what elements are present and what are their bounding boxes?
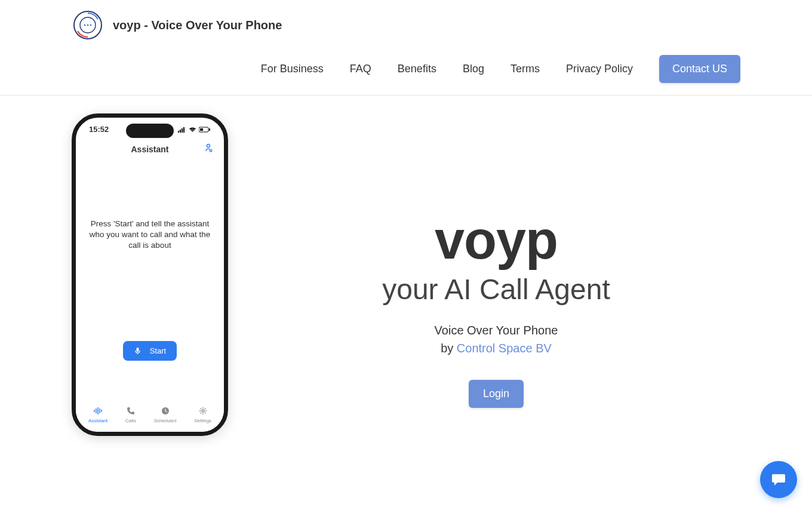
hero-subtitle: your AI Call Agent bbox=[382, 273, 610, 306]
logo[interactable] bbox=[72, 9, 104, 41]
nav-terms[interactable]: Terms bbox=[510, 63, 540, 75]
svg-rect-10 bbox=[200, 128, 203, 131]
phone-time: 15:52 bbox=[89, 125, 109, 134]
login-button[interactable]: Login bbox=[469, 380, 524, 408]
phone-tab-bar: Assistant Calls Scheduled bbox=[76, 402, 224, 432]
phone-status-icons bbox=[178, 127, 211, 133]
company-link[interactable]: Control Space BV bbox=[457, 342, 552, 355]
svg-point-3 bbox=[87, 24, 89, 26]
signal-icon bbox=[178, 127, 186, 133]
phone-mockup: 15:52 Assistant Press 'Start' and tell t… bbox=[72, 113, 228, 436]
phone-start-button[interactable]: Start bbox=[123, 341, 177, 361]
clock-icon bbox=[161, 407, 170, 417]
wifi-icon bbox=[189, 127, 196, 133]
chat-icon bbox=[770, 471, 787, 472]
phone-notch bbox=[126, 124, 174, 138]
logo-icon bbox=[72, 9, 104, 41]
contact-us-button[interactable]: Contact US bbox=[659, 55, 740, 83]
main-nav: For Business FAQ Benefits Blog Terms Pri… bbox=[72, 44, 740, 95]
phone-app-title: Assistant bbox=[131, 145, 168, 154]
phone-tab-calls[interactable]: Calls bbox=[125, 407, 136, 423]
tab-label: Assistant bbox=[88, 418, 107, 423]
hero-description: Voice Over Your Phone by Control Space B… bbox=[435, 321, 558, 357]
phone-header-action-icon bbox=[204, 143, 213, 155]
svg-rect-7 bbox=[182, 128, 183, 133]
svg-rect-8 bbox=[183, 127, 184, 133]
svg-rect-5 bbox=[178, 131, 179, 133]
hero-title: voyp bbox=[435, 213, 558, 267]
svg-point-2 bbox=[84, 24, 86, 26]
gear-icon bbox=[199, 407, 207, 417]
hero-section: 15:52 Assistant Press 'Start' and tell t… bbox=[0, 96, 812, 472]
phone-icon bbox=[127, 407, 135, 417]
phone-tab-settings[interactable]: Settings bbox=[194, 407, 211, 423]
nav-faq[interactable]: FAQ bbox=[350, 63, 371, 75]
tab-label: Calls bbox=[125, 418, 136, 423]
battery-icon bbox=[199, 127, 211, 133]
phone-tab-assistant[interactable]: Assistant bbox=[88, 407, 107, 423]
nav-privacy[interactable]: Privacy Policy bbox=[566, 63, 633, 75]
header-brand-row: voyp - Voice Over Your Phone bbox=[72, 6, 740, 44]
tab-label: Scheduled bbox=[154, 418, 177, 423]
nav-blog[interactable]: Blog bbox=[463, 63, 484, 75]
nav-benefits[interactable]: Benefits bbox=[398, 63, 436, 75]
phone-body: Press 'Start' and tell the assistant who… bbox=[76, 159, 224, 361]
svg-rect-6 bbox=[180, 130, 181, 133]
hero-phone-column: 15:52 Assistant Press 'Start' and tell t… bbox=[72, 113, 228, 436]
svg-point-4 bbox=[90, 24, 92, 26]
microphone-icon bbox=[134, 347, 142, 355]
hero-desc-by: by bbox=[441, 342, 457, 355]
hero-content-column: voyp your AI Call Agent Voice Over Your … bbox=[252, 113, 740, 436]
nav-for-business[interactable]: For Business bbox=[261, 63, 324, 75]
svg-point-12 bbox=[207, 145, 210, 148]
svg-rect-15 bbox=[136, 348, 139, 352]
site-header: voyp - Voice Over Your Phone For Busines… bbox=[0, 0, 812, 96]
waveform-icon bbox=[93, 407, 103, 417]
brand-title: voyp - Voice Over Your Phone bbox=[113, 19, 282, 32]
phone-instruction-text: Press 'Start' and tell the assistant who… bbox=[89, 219, 211, 251]
phone-tab-scheduled[interactable]: Scheduled bbox=[154, 407, 177, 423]
svg-rect-11 bbox=[209, 128, 210, 131]
hero-desc-line1: Voice Over Your Phone bbox=[435, 324, 558, 337]
svg-point-25 bbox=[202, 410, 204, 412]
tab-label: Settings bbox=[194, 418, 211, 423]
phone-start-label: Start bbox=[150, 346, 166, 355]
